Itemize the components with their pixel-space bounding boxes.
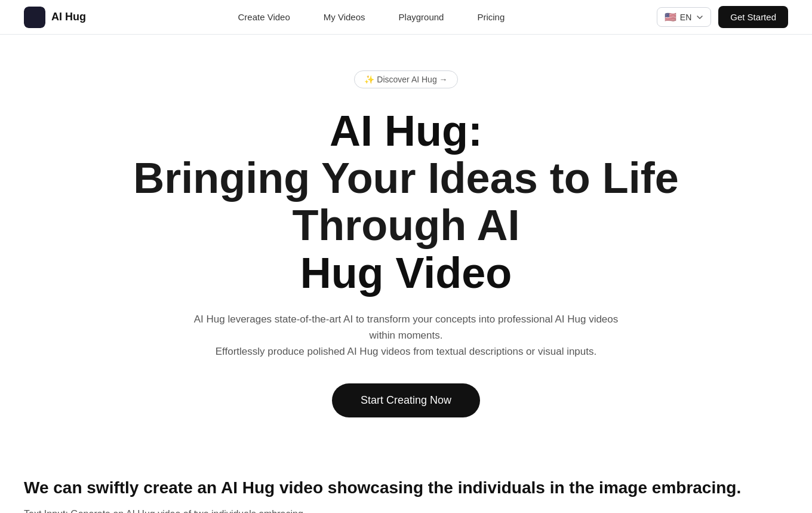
- nav-my-videos[interactable]: My Videos: [307, 0, 382, 35]
- main-nav: Create Video My Videos Playground Pricin…: [222, 0, 522, 35]
- start-creating-button[interactable]: Start Creating Now: [332, 383, 480, 417]
- language-selector[interactable]: 🇺🇸 EN: [657, 7, 711, 27]
- navbar-right: 🇺🇸 EN Get Started: [657, 6, 788, 28]
- hero-subtitle-line1: AI Hug leverages state-of-the-art AI to …: [194, 314, 619, 341]
- feature-subtitle: Text Input: Generate an AI Hug video of …: [24, 509, 788, 513]
- hero-title: AI Hug: Bringing Your Ideas to Life Thro…: [78, 107, 734, 297]
- nav-playground[interactable]: Playground: [382, 0, 461, 35]
- hero-title-line3: Hug Video: [300, 249, 512, 297]
- logo-icon: 🤗: [24, 7, 45, 28]
- lang-label: EN: [680, 13, 691, 22]
- nav-create-video[interactable]: Create Video: [222, 0, 307, 35]
- feature-title: We can swiftly create an AI Hug video sh…: [24, 477, 788, 499]
- feature-section: We can swiftly create an AI Hug video sh…: [0, 477, 812, 513]
- get-started-button[interactable]: Get Started: [718, 6, 788, 28]
- navbar: 🤗 AI Hug Create Video My Videos Playgrou…: [0, 0, 812, 35]
- nav-pricing[interactable]: Pricing: [460, 0, 521, 35]
- hero-subtitle-line2: Effortlessly produce polished AI Hug vid…: [216, 346, 596, 357]
- hero-title-line1: AI Hug:: [330, 107, 482, 155]
- flag-icon: 🇺🇸: [665, 11, 676, 23]
- brand-logo[interactable]: 🤗 AI Hug: [24, 7, 86, 28]
- hero-section: ✨ Discover AI Hug → AI Hug: Bringing You…: [0, 35, 812, 477]
- hero-title-line2: Bringing Your Ideas to Life Through AI: [133, 154, 678, 249]
- chevron-down-icon: [696, 14, 703, 21]
- svg-rect-0: [24, 7, 45, 28]
- hero-subtitle: AI Hug leverages state-of-the-art AI to …: [191, 311, 621, 360]
- discover-badge[interactable]: ✨ Discover AI Hug →: [354, 70, 457, 88]
- brand-name: AI Hug: [51, 11, 86, 23]
